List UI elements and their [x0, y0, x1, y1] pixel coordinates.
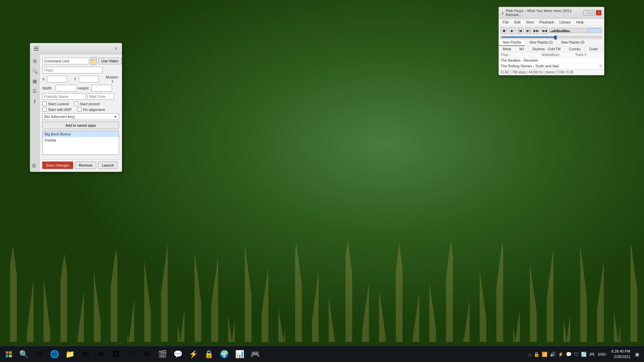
- panel-footer: Save changes Remove Launch: [30, 159, 122, 172]
- progress-bar[interactable]: [501, 36, 602, 38]
- start-with-adp-input[interactable]: [42, 107, 47, 112]
- start-pinned-input[interactable]: [74, 102, 78, 106]
- use-video-button[interactable]: Use Video: [98, 58, 121, 64]
- menu-file[interactable]: File: [500, 19, 512, 25]
- taskbar-icon-video[interactable]: 🎬: [155, 347, 170, 362]
- language-indicator[interactable]: ENG: [597, 352, 607, 356]
- tray-icon-2[interactable]: 🔒: [533, 351, 540, 358]
- playlist-subtab-metal[interactable]: Metal: [499, 46, 515, 52]
- taskbar-icon-photos[interactable]: 🖼: [109, 347, 123, 362]
- taskbar-icon-antivirus[interactable]: 🛡: [124, 347, 139, 362]
- browse-button[interactable]: 📁: [91, 57, 97, 65]
- stop-button[interactable]: ⏹: [501, 27, 507, 34]
- tray-icon-msg[interactable]: 💬: [565, 351, 572, 358]
- taskbar-icon-edge[interactable]: 🌐: [47, 347, 62, 362]
- sidebar-icon-grid[interactable]: ▦: [31, 77, 39, 85]
- fast-forward-button[interactable]: ▶▶: [533, 27, 540, 34]
- height-input[interactable]: [91, 85, 112, 92]
- remove-button[interactable]: Remove: [75, 162, 96, 169]
- progress-thumb[interactable]: [554, 36, 557, 40]
- x-input[interactable]: [47, 76, 67, 82]
- launch-button[interactable]: Launch: [98, 162, 118, 169]
- fix-alignment-checkbox[interactable]: Fix alignment: [77, 107, 105, 112]
- volume-slider[interactable]: [588, 28, 600, 33]
- track-item-2[interactable]: The Rolling Stones - Tooth and Nail 1/: [499, 63, 604, 69]
- playlist-tab-1[interactable]: New Playlist: [499, 40, 525, 46]
- tray-icon-1[interactable]: ⌂: [528, 351, 532, 358]
- start-button[interactable]: [1, 347, 16, 362]
- taskbar-icon-steam[interactable]: 🎮: [248, 347, 262, 362]
- playlist-subtab-country[interactable]: Country: [565, 46, 585, 52]
- volume-bar[interactable]: [549, 28, 602, 33]
- rewind-button[interactable]: ◀◀: [541, 27, 548, 34]
- playlist-items: The Beatles - Revolver The Rolling Stone…: [499, 58, 604, 69]
- col-playing: Playi...: [501, 53, 542, 57]
- taskbar-icon-mail[interactable]: ✉: [93, 347, 108, 362]
- wait-time-input[interactable]: [87, 93, 114, 100]
- apps-list[interactable]: Big Buck Bunny Foobar: [42, 131, 119, 155]
- start-locked-checkbox[interactable]: Start Locked: [42, 102, 69, 106]
- start-pinned-checkbox[interactable]: Start pinned: [74, 102, 100, 106]
- menu-view[interactable]: View: [523, 19, 537, 25]
- play-button[interactable]: ▶: [509, 27, 516, 34]
- save-changes-button[interactable]: Save changes: [42, 162, 73, 169]
- menu-library[interactable]: Library: [557, 19, 574, 25]
- taskbar-icon-task-view[interactable]: ⊡: [32, 347, 46, 362]
- y-input[interactable]: [79, 76, 99, 82]
- next-button[interactable]: ▶|: [525, 27, 532, 34]
- start-with-adp-checkbox[interactable]: Start with ADP: [42, 107, 72, 112]
- tray-icons: ⌂ 🔒 📶 🔊 ⚡ 💬 🛡 🔄 🎮: [528, 351, 595, 358]
- menu-help[interactable]: Help: [574, 19, 587, 25]
- command-line-input[interactable]: [42, 58, 89, 64]
- apps-list-item-2[interactable]: Foobar: [43, 137, 119, 143]
- player-minimize-button[interactable]: –: [583, 10, 589, 15]
- app-manager-panel: × ⊞ 🔍 ▦ ☰ ℹ 📁 Use Video X Y: [30, 43, 122, 172]
- track-1-number: [582, 58, 602, 62]
- width-input[interactable]: [56, 85, 76, 92]
- taskbar-icon-search[interactable]: 🔍: [16, 347, 31, 362]
- tray-icon-battery[interactable]: ⚡: [557, 351, 564, 358]
- sidebar-icon-info[interactable]: ℹ: [31, 98, 39, 105]
- playlist-subtab-skylines[interactable]: Skylines - Gold FM: [528, 46, 565, 52]
- friendly-name-input[interactable]: [42, 93, 86, 100]
- tray-icon-shield2[interactable]: 🛡: [573, 351, 579, 358]
- taskbar-icon-shield[interactable]: 🔒: [201, 347, 216, 362]
- gear-icon[interactable]: ⚙: [32, 163, 36, 169]
- playlist-tab-3[interactable]: New Playlist (3): [557, 40, 589, 46]
- tray-icon-sync[interactable]: 🔄: [580, 351, 587, 358]
- menu-playback[interactable]: Playback: [536, 19, 557, 25]
- playlist-subtab-guitar[interactable]: Guitar: [585, 46, 602, 52]
- taskbar-icon-store[interactable]: 🛍: [78, 347, 93, 362]
- tray-icon-network[interactable]: 📶: [541, 351, 548, 358]
- panel-close-button[interactable]: ×: [112, 45, 119, 52]
- player-maximize-button[interactable]: □: [590, 10, 595, 15]
- apps-list-item-1[interactable]: Big Buck Bunny: [43, 131, 119, 137]
- prev-button[interactable]: |◀: [517, 27, 524, 34]
- taskbar-icon-office[interactable]: 📊: [232, 347, 247, 362]
- player-close-button[interactable]: ×: [596, 10, 601, 15]
- action-center-button[interactable]: ▣: [634, 351, 640, 358]
- taskbar-icon-chat[interactable]: 💬: [170, 347, 185, 362]
- sidebar-icon-search[interactable]: 🔍: [31, 67, 39, 75]
- track-item-1[interactable]: The Beatles - Revolver: [499, 58, 604, 63]
- menu-edit[interactable]: Edit: [512, 19, 523, 25]
- tray-icon-game[interactable]: 🎮: [588, 351, 595, 358]
- sidebar-icon-list[interactable]: ☰: [31, 87, 39, 95]
- playlist-subtab-mj[interactable]: MJ: [515, 46, 528, 52]
- sidebar-icon-apps[interactable]: ⊞: [31, 57, 39, 65]
- flags-input[interactable]: [42, 67, 103, 73]
- taskbar-icon-browser[interactable]: 🌍: [217, 347, 231, 362]
- panel-menu-button[interactable]: [33, 45, 40, 52]
- system-clock[interactable]: 8:28:40 PM 2/28/2021: [609, 349, 633, 359]
- taskbar-icon-explorer[interactable]: 📁: [62, 347, 77, 362]
- add-saved-button[interactable]: Add to saved apps: [42, 122, 119, 129]
- player-titlebar: ♪ Pink Floyd – Wish You Were Here (2011 …: [499, 7, 604, 19]
- start-locked-input[interactable]: [42, 102, 47, 106]
- fullscreen-key-select[interactable]: [No fullscreen key]: [42, 113, 119, 120]
- playlist-tab-2[interactable]: New Playlist (2): [525, 40, 557, 46]
- taskbar-icon-word[interactable]: W: [140, 347, 154, 362]
- tray-icon-volume[interactable]: 🔊: [549, 351, 556, 358]
- taskbar-icon-app2[interactable]: ⚡: [186, 347, 201, 362]
- vol-bar-7: [560, 31, 561, 33]
- fix-alignment-input[interactable]: [77, 107, 82, 112]
